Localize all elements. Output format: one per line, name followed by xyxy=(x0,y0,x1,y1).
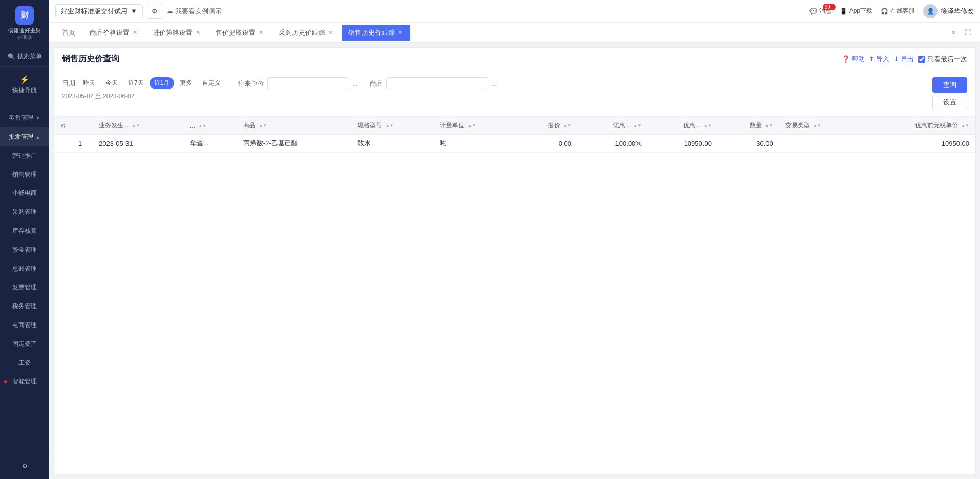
filter-settings-button[interactable]: 设置 xyxy=(932,95,967,110)
th-no xyxy=(72,117,93,135)
last-only-checkbox-label[interactable]: 只看最后一次 xyxy=(918,55,967,64)
product-input[interactable] xyxy=(386,77,488,90)
page-header: 销售历史价查询 ❓ 帮助 ⬆ 导入 ⬇ 导出 只看最后一次 xyxy=(54,48,975,71)
from-unit-more-button[interactable]: ... xyxy=(352,80,357,88)
tab-close-sale-extract[interactable]: ✕ xyxy=(258,29,264,36)
th-pre-tax-price[interactable]: 优惠前无税单价 ▲▼ xyxy=(862,117,975,135)
chevron-up-icon: ▲ xyxy=(35,134,40,140)
tab-close-product-price[interactable]: ✕ xyxy=(132,29,138,36)
page-content-area: 销售历史价查询 ❓ 帮助 ⬆ 导入 ⬇ 导出 只看最后一次 xyxy=(53,47,976,475)
chevron-down-icon: ▼ xyxy=(35,115,40,121)
date-btn-today[interactable]: 今天 xyxy=(101,77,122,89)
sort-icon: ▲▼ xyxy=(198,124,206,128)
sidebar-menu: 零售管理 ▼ 批发管理 ▲ 营销推广 销售管理 小畅电商 采购管理 库存核算 资… xyxy=(0,104,49,453)
sidebar-item-wholesale[interactable]: 批发管理 ▲ xyxy=(0,127,49,146)
th-biz-date[interactable]: 业务发生... ▲▼ xyxy=(93,117,184,135)
user-menu[interactable]: 👤 徐泽华修改 xyxy=(923,4,974,18)
sort-icon: ▲▼ xyxy=(132,123,140,128)
sidebar-item-tax[interactable]: 税务管理 xyxy=(0,297,49,316)
export-button[interactable]: ⬇ 导出 xyxy=(893,55,914,64)
tab-close-purchase-history[interactable]: ✕ xyxy=(327,29,334,36)
page-close-button[interactable]: ✕ xyxy=(947,27,960,39)
cell-discount2: 10950.00 xyxy=(648,135,718,153)
tab-product-price[interactable]: 商品价格设置 ✕ xyxy=(83,25,145,41)
product-label: 商品 xyxy=(370,79,383,89)
th-discount1[interactable]: 优惠... ▲▼ xyxy=(578,117,648,135)
sidebar-item-fixed-assets[interactable]: 固定资产 xyxy=(0,335,49,354)
filter-bar: 日期 昨天 今天 近7天 近1月 更多 自定义 2023-05-02 至 202… xyxy=(54,71,975,117)
tab-close-price-strategy[interactable]: ✕ xyxy=(195,29,201,36)
message-icon: 💬 xyxy=(809,8,817,15)
th-discount2[interactable]: 优惠... ▲▼ xyxy=(648,117,718,135)
th-spec[interactable]: 规格型号 ▲▼ xyxy=(351,117,434,135)
date-btn-custom[interactable]: 自定义 xyxy=(198,77,225,89)
gear-icon: ⚙ xyxy=(152,7,158,15)
from-unit-input[interactable] xyxy=(267,77,349,90)
product-more-button[interactable]: ... xyxy=(492,80,497,88)
sort-icon: ▲▼ xyxy=(563,123,571,128)
help-button[interactable]: ❓ 帮助 xyxy=(842,55,865,64)
th-trade-type[interactable]: 交易类型 ▲▼ xyxy=(779,117,862,135)
page-title: 销售历史价查询 xyxy=(62,54,119,64)
th-unit[interactable]: 计量单位 ▲▼ xyxy=(434,117,516,135)
demo-button[interactable]: ☁ 我要看实例演示 xyxy=(166,7,222,16)
search-icon: 🔍 xyxy=(8,53,15,60)
sidebar-item-invoice[interactable]: 发票管理 xyxy=(0,278,49,297)
sidebar-item-payroll[interactable]: 工资 xyxy=(0,354,49,373)
quick-nav-button[interactable]: ⚡ 快捷导航 xyxy=(4,71,45,99)
import-button[interactable]: ⬆ 导入 xyxy=(869,55,889,64)
last-only-checkbox[interactable] xyxy=(918,56,925,63)
sidebar-item-purchase[interactable]: 采购管理 xyxy=(0,203,49,222)
sidebar-item-retail[interactable]: 零售管理 ▼ xyxy=(0,108,49,127)
sidebar-item-ecommerce-small[interactable]: 小畅电商 xyxy=(0,184,49,203)
date-btn-yesterday[interactable]: 昨天 xyxy=(78,77,100,89)
sidebar-item-smart[interactable]: 智能管理 xyxy=(0,372,49,391)
online-service-button[interactable]: 🎧 在线客服 xyxy=(881,7,915,15)
table-row[interactable]: 1 2023-05-31 华查... 丙烯酸-2-乙基己酯 散水 吨 0.00 … xyxy=(54,135,975,153)
tab-sale-history[interactable]: 销售历史价跟踪 ✕ xyxy=(342,25,410,41)
table-settings-icon[interactable]: ⚙ xyxy=(60,122,66,129)
message-button[interactable]: 💬 消息 99+ xyxy=(809,7,832,15)
version-selector[interactable]: 好业财标准版交付试用 ▼ xyxy=(55,4,143,18)
topbar-settings-button[interactable]: ⚙ xyxy=(147,4,162,19)
sort-icon: ▲▼ xyxy=(765,123,773,128)
logo-icon: 财 xyxy=(15,6,34,25)
tab-home[interactable]: 首页 xyxy=(55,25,82,41)
sort-icon: ▲▼ xyxy=(468,123,476,128)
gear-icon: ⚙ xyxy=(22,463,28,470)
date-label: 日期 xyxy=(62,79,75,88)
sidebar-item-finance[interactable]: 资金管理 xyxy=(0,241,49,259)
th-qty[interactable]: 数量 ▲▼ xyxy=(718,117,779,135)
app-download-button[interactable]: 📱 App下载 xyxy=(840,7,872,15)
main-content: 好业财标准版交付试用 ▼ ⚙ ☁ 我要看实例演示 💬 消息 99+ 📱 App下… xyxy=(49,0,980,479)
sort-icon: ▲▼ xyxy=(386,123,394,128)
th-gear: ⚙ xyxy=(54,117,72,135)
date-btn-last1m[interactable]: 近1月 xyxy=(150,77,175,89)
tab-sale-extract[interactable]: 售价提取设置 ✕ xyxy=(209,25,271,41)
date-btn-last7[interactable]: 近7天 xyxy=(123,77,148,89)
import-icon: ⬆ xyxy=(869,55,875,63)
page-maximize-button[interactable]: ⛶ xyxy=(962,27,974,39)
th-product[interactable]: 商品 ▲▼ xyxy=(237,117,352,135)
query-button[interactable]: 查询 xyxy=(932,77,967,93)
sidebar-item-marketing[interactable]: 营销推广 xyxy=(0,146,49,165)
cell-unit: 吨 xyxy=(434,135,516,153)
th-more-col[interactable]: ... ▲▼ xyxy=(184,117,237,135)
export-icon: ⬇ xyxy=(893,55,899,63)
search-menu-button[interactable]: 🔍 搜索菜单 xyxy=(0,47,49,67)
tab-price-strategy[interactable]: 进价策略设置 ✕ xyxy=(146,25,208,41)
tab-purchase-history[interactable]: 采购历史价跟踪 ✕ xyxy=(272,25,340,41)
cell-spec: 散水 xyxy=(351,135,434,153)
sidebar-item-ecommerce[interactable]: 电商管理 xyxy=(0,316,49,335)
sidebar-settings-button[interactable]: ⚙ xyxy=(18,458,32,475)
product-filter-group: 商品 ... xyxy=(370,77,497,90)
cell-discount1: 100.00% xyxy=(578,135,648,153)
date-btn-more[interactable]: 更多 xyxy=(175,77,197,89)
cell-product: 丙烯酸-2-乙基己酯 xyxy=(237,135,352,153)
data-table: ⚙ 业务发生... ▲▼ ... ▲▼ 商品 ▲▼ xyxy=(54,117,975,153)
tab-close-sale-history[interactable]: ✕ xyxy=(397,29,403,36)
sidebar-item-ledger[interactable]: 总账管理 xyxy=(0,259,49,278)
sidebar-item-sales[interactable]: 销售管理 xyxy=(0,165,49,184)
th-quote[interactable]: 报价 ▲▼ xyxy=(516,117,578,135)
sidebar-item-inventory[interactable]: 库存核算 xyxy=(0,222,49,241)
